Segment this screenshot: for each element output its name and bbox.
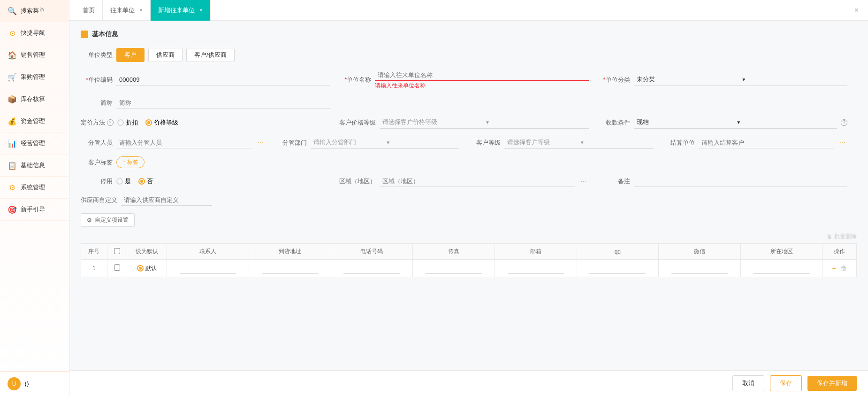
manager-input[interactable] bbox=[116, 137, 251, 148]
save-new-button[interactable]: 保存并新增 bbox=[807, 376, 857, 391]
supplier-custom-row: 供应商自定义 bbox=[81, 194, 857, 206]
supplier-custom-label: 供应商自定义 bbox=[81, 196, 117, 204]
area-input[interactable] bbox=[380, 176, 575, 187]
region-input[interactable] bbox=[754, 263, 810, 274]
sidebar-item-inventory[interactable]: 📦 库存核算 bbox=[0, 88, 69, 110]
settlement-input[interactable] bbox=[699, 137, 834, 148]
avatar: U bbox=[8, 377, 21, 390]
radio-price-level[interactable]: 价格等级 bbox=[145, 118, 178, 127]
wechat-input[interactable] bbox=[671, 263, 728, 274]
sidebar-item-quicknav[interactable]: ⊙ 快捷导航 bbox=[0, 22, 69, 44]
sidebar-item-finance[interactable]: 💰 资金管理 bbox=[0, 110, 69, 132]
customer-tag-group: 客户标签 + 标签 bbox=[81, 156, 154, 168]
type-btn-customer[interactable]: 客户 bbox=[116, 48, 145, 62]
unit-category-value: 未分类 bbox=[637, 75, 740, 84]
tab-new-partner[interactable]: 新增往来单位 × bbox=[151, 0, 211, 21]
disabled-group: 停用 是 否 bbox=[81, 176, 339, 187]
tag-add-label: + 标签 bbox=[122, 158, 138, 166]
radio-discount[interactable]: 折扣 bbox=[117, 118, 138, 127]
cancel-button[interactable]: 取消 bbox=[732, 375, 764, 391]
unit-name-input[interactable] bbox=[375, 70, 588, 81]
sidebar-item-label: 快捷导航 bbox=[21, 29, 45, 37]
custom-settings-button[interactable]: ⚙ 自定义项设置 bbox=[81, 213, 135, 227]
contact-input[interactable] bbox=[180, 263, 236, 274]
remark-input[interactable] bbox=[634, 176, 847, 187]
sidebar-item-sales[interactable]: 🏠 销售管理 bbox=[0, 44, 69, 66]
payment-help-icon[interactable]: ? bbox=[841, 119, 847, 126]
customer-price-level-placeholder: 请选择客户价格等级 bbox=[382, 118, 483, 126]
sidebar-item-newbie[interactable]: 🎯 新手引导 bbox=[0, 199, 69, 221]
cell-region bbox=[740, 260, 822, 277]
radio-no[interactable]: 否 bbox=[138, 177, 153, 186]
sidebar-item-label: 采购管理 bbox=[21, 73, 45, 81]
type-btn-supplier[interactable]: 供应商 bbox=[148, 48, 183, 62]
manager-group: 分管人员 ··· bbox=[81, 136, 275, 149]
bottom-bar: 取消 保存 保存并新增 bbox=[69, 370, 868, 396]
sidebar-item-label: 库存核算 bbox=[21, 95, 45, 103]
unit-code-input[interactable] bbox=[116, 74, 330, 85]
add-row-btn[interactable]: + bbox=[832, 264, 836, 272]
fax-input[interactable] bbox=[426, 263, 482, 274]
tab-partners-close[interactable]: × bbox=[139, 7, 143, 14]
col-default: 设为默认 bbox=[127, 244, 167, 260]
customer-level-select[interactable]: 请选择客户等级 ▼ bbox=[504, 136, 654, 149]
department-select[interactable]: 请输入分管部门 ▼ bbox=[311, 136, 460, 149]
short-name-input[interactable] bbox=[116, 97, 330, 109]
sidebar-item-operation[interactable]: 📊 经营管理 bbox=[0, 132, 69, 155]
email-input[interactable] bbox=[508, 263, 564, 274]
disabled-radio: 是 否 bbox=[116, 177, 153, 186]
tag-add-btn[interactable]: + 标签 bbox=[116, 156, 145, 168]
unit-category-select[interactable]: 未分类 ▼ bbox=[634, 73, 847, 86]
unit-category-label: *单位分类 bbox=[598, 76, 630, 84]
unit-name-group: *单位名称 请输入往来单位名称 bbox=[339, 70, 598, 90]
radio-circle-default bbox=[137, 265, 144, 272]
tab-new-partner-close[interactable]: × bbox=[199, 7, 203, 14]
customer-price-level-select[interactable]: 请选择客户价格等级 ▼ bbox=[380, 116, 588, 129]
settlement-group: 结算单位 ··· bbox=[663, 136, 857, 149]
settlement-more-btn[interactable]: ··· bbox=[838, 139, 847, 147]
sidebar-item-purchase[interactable]: 🛒 采购管理 bbox=[0, 66, 69, 88]
supplier-custom-input[interactable] bbox=[121, 194, 212, 206]
area-more-btn[interactable]: ··· bbox=[579, 177, 588, 186]
radio-yes[interactable]: 是 bbox=[116, 177, 131, 186]
save-button[interactable]: 保存 bbox=[770, 375, 802, 391]
unit-name-error: 请输入往来单位名称 bbox=[375, 82, 588, 90]
sidebar-item-system[interactable]: ⚙ 系统管理 bbox=[0, 177, 69, 199]
select-all-checkbox[interactable] bbox=[114, 248, 120, 254]
col-qq: qq bbox=[577, 244, 659, 260]
address-input[interactable] bbox=[262, 263, 318, 274]
remark-group: 备注 bbox=[598, 176, 857, 187]
delete-row-btn[interactable]: 🗑 bbox=[840, 264, 847, 272]
type-btn-both[interactable]: 客户/供应商 bbox=[186, 48, 235, 62]
payment-terms-select[interactable]: 现结 ▼ bbox=[634, 116, 837, 129]
sidebar-item-search[interactable]: 🔍 搜索菜单 bbox=[0, 0, 69, 22]
col-action: 操作 bbox=[822, 244, 857, 260]
tab-home[interactable]: 首页 bbox=[75, 0, 103, 21]
sidebar-item-label: 系统管理 bbox=[21, 183, 45, 192]
radio-circle-discount bbox=[117, 119, 124, 126]
customer-tag-row: 客户标签 + 标签 bbox=[81, 156, 857, 168]
main-area: 首页 往来单位 × 新增往来单位 × × 基本信息 单位类型 客户 供应商 客户… bbox=[69, 0, 868, 396]
phone-input[interactable] bbox=[343, 263, 400, 274]
quicknav-icon: ⊙ bbox=[8, 28, 17, 38]
payment-terms-label: 收款条件 bbox=[598, 118, 630, 127]
unit-name-label: *单位名称 bbox=[339, 76, 371, 84]
window-close-button[interactable]: × bbox=[851, 4, 862, 16]
purchase-icon: 🛒 bbox=[8, 72, 17, 82]
pricing-method-radio: 折扣 价格等级 bbox=[117, 118, 178, 127]
qq-input[interactable] bbox=[589, 263, 646, 274]
cell-checkbox bbox=[107, 260, 127, 277]
flag-icon bbox=[81, 31, 88, 38]
tab-partners[interactable]: 往来单位 × bbox=[103, 0, 151, 21]
sidebar-item-label: 新手引导 bbox=[21, 205, 45, 214]
pricing-help-icon[interactable]: ? bbox=[107, 119, 114, 126]
col-fax: 传真 bbox=[413, 244, 495, 260]
radio-default[interactable]: 默认 bbox=[132, 264, 162, 272]
bulk-delete-label[interactable]: 批量删除 bbox=[834, 233, 857, 241]
tab-new-partner-label: 新增往来单位 bbox=[158, 6, 195, 15]
unit-type-buttons: 客户 供应商 客户/供应商 bbox=[116, 48, 235, 62]
manager-more-btn[interactable]: ··· bbox=[255, 139, 265, 147]
short-name-group: 简称 bbox=[81, 97, 339, 109]
sidebar-item-basic[interactable]: 📋 基础信息 bbox=[0, 155, 69, 177]
row-checkbox[interactable] bbox=[114, 264, 120, 271]
